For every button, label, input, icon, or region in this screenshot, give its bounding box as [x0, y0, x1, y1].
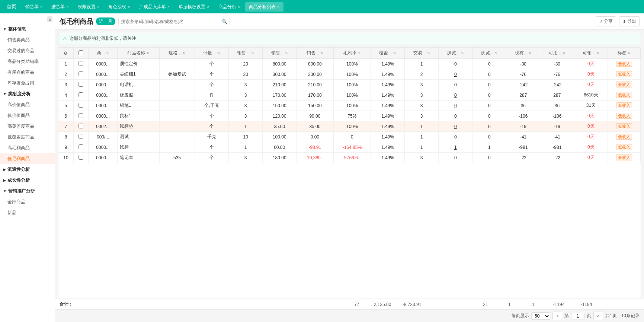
share-button[interactable]: ↗ 分享 [596, 16, 616, 26]
sidebar-collapse-button[interactable]: « [47, 16, 52, 22]
table-row[interactable]: 2 0000... 吴细细1 参加复试 个 30 300.00 300.00 1… [58, 69, 641, 80]
nav-product-analysis[interactable]: 商品分析× [215, 2, 244, 12]
table-row[interactable]: 9 0000... 鼠标 个 1 60.00 -98.91 -164.85% 1… [58, 142, 641, 153]
page-number-input[interactable] [571, 313, 584, 319]
table-row[interactable]: 3 0000... 电话机 个 3 210.00 210.00 100% 1.4… [58, 80, 641, 90]
row-browse1[interactable]: 0 [439, 69, 472, 80]
nav-permission-close[interactable]: × [97, 4, 99, 9]
row-checkbox[interactable] [73, 90, 89, 101]
nav-product-inbound-close[interactable]: × [167, 4, 170, 9]
prev-page-button[interactable]: ＜ [552, 312, 562, 320]
sidebar-item-low-coverage[interactable]: 低覆盖度商品 [0, 132, 55, 143]
sidebar-group-marketing-analysis[interactable]: ▼ 营销推广分析 [0, 186, 55, 197]
table-row[interactable]: 10 0000... 笔记本 535 个 3 180.00 -10,380...… [58, 153, 641, 163]
row-select-checkbox[interactable] [79, 71, 83, 76]
nav-product-inbound[interactable]: 产成品入库单× [135, 2, 173, 12]
sidebar-group-category-analysis[interactable]: ▼ 类射度分析 [0, 89, 55, 99]
table-row[interactable]: 4 0000... 橡皮擦 件 3 170.00 170.00 100% 1.4… [58, 90, 641, 101]
col-current[interactable]: 现有... ⇅ [506, 48, 540, 59]
row-browse1[interactable]: 0 [439, 111, 472, 121]
table-row[interactable]: 5 0000... 铅笔1 个,千克 3 150.00 150.00 100% … [58, 101, 641, 111]
col-checkbox[interactable] [73, 48, 89, 59]
nav-product-analysis-list-close[interactable]: × [277, 4, 279, 9]
nav-home[interactable]: 首页 [3, 2, 20, 12]
col-available[interactable]: 可用... ⇅ [540, 48, 574, 59]
sidebar-group-overall[interactable]: ▼ 整体信息 [0, 24, 55, 35]
row-checkbox[interactable] [73, 101, 89, 111]
row-select-checkbox[interactable] [79, 124, 83, 128]
sidebar-item-high-coverage[interactable]: 高覆盖度商品 [0, 121, 55, 132]
col-spec[interactable]: 规格... ⇅ [159, 48, 195, 59]
row-browse1[interactable]: 0 [439, 59, 472, 69]
row-browse1[interactable]: 0 [439, 121, 472, 132]
nav-role[interactable]: 角色授权× [105, 2, 134, 12]
row-browse1[interactable]: 0 [439, 80, 472, 90]
select-all-checkbox[interactable] [79, 50, 83, 55]
sidebar-item-high-profit[interactable]: 高毛利商品 [0, 143, 55, 153]
row-browse1[interactable]: 0 [439, 132, 472, 142]
sidebar-item-stock-capital[interactable]: 库存资金占用 [0, 78, 55, 89]
row-checkbox[interactable] [73, 132, 89, 142]
col-unit[interactable]: 计量... ⇅ [195, 48, 229, 59]
nav-template[interactable]: 单据模板设置× [175, 2, 213, 12]
nav-sales[interactable]: 销货单× [22, 2, 46, 12]
nav-sales-close[interactable]: × [40, 4, 42, 9]
table-row[interactable]: 8 000/... 测试 千克 10 100.00 0.00 0 1.49% 1… [58, 132, 641, 142]
next-page-button[interactable]: ＞ [593, 312, 603, 320]
col-settings[interactable]: ⚙ [58, 48, 73, 59]
row-browse1[interactable]: 0 [439, 153, 472, 163]
row-checkbox[interactable] [73, 111, 89, 121]
nav-template-close[interactable]: × [207, 4, 209, 9]
row-select-checkbox[interactable] [79, 92, 83, 97]
page-size-select[interactable]: 50 20 100 [531, 312, 550, 320]
nav-purchase[interactable]: 进货单× [48, 2, 72, 12]
row-checkbox[interactable] [73, 80, 89, 90]
table-row[interactable]: 7 0002... 鼠标垫 个 1 35.00 35.00 100% 1.49%… [58, 121, 641, 132]
table-row[interactable]: 1 0000... 属性定价 个 20 800.00 800.00 100% 1… [58, 59, 641, 69]
row-select-checkbox[interactable] [79, 144, 83, 149]
search-input[interactable] [121, 19, 222, 24]
row-select-checkbox[interactable] [79, 82, 83, 87]
sidebar-item-low-profit[interactable]: 低毛利商品 [0, 153, 55, 164]
col-sale-qty[interactable]: 销售... ⇅ [229, 48, 263, 59]
sidebar-item-high-value[interactable]: 高价值商品 [0, 99, 55, 110]
sidebar-item-traded-products[interactable]: 交易过的商品 [0, 45, 55, 56]
row-select-checkbox[interactable] [79, 113, 83, 118]
nav-purchase-close[interactable]: × [66, 4, 68, 9]
row-select-checkbox[interactable] [79, 155, 83, 160]
nav-product-analysis-close[interactable]: × [238, 4, 240, 9]
nav-product-analysis-list[interactable]: 商品分析列表× [245, 2, 283, 12]
col-sellable[interactable]: 可销... ⇅ [574, 48, 608, 59]
row-select-checkbox[interactable] [79, 61, 83, 66]
row-checkbox[interactable] [73, 121, 89, 132]
col-code[interactable]: 商... ⇅ [89, 48, 118, 59]
sidebar-item-sales-products[interactable]: 销售类商品 [0, 35, 55, 45]
sidebar-group-growth-analysis[interactable]: ▶ 成长性分析 [0, 175, 55, 186]
row-browse1[interactable]: 0 [439, 101, 472, 111]
row-checkbox[interactable] [73, 142, 89, 153]
sidebar-item-all-products[interactable]: 全部商品 [0, 197, 55, 207]
export-button[interactable]: ⬇ 导出 [619, 16, 640, 26]
col-transaction[interactable]: 交易... ⇅ [405, 48, 439, 59]
col-browse1[interactable]: 浏览... ⇅ [439, 48, 472, 59]
col-coverage[interactable]: 覆盖... ⇅ [371, 48, 405, 59]
nav-permission[interactable]: 权限设置× [74, 2, 103, 12]
sidebar-item-low-value[interactable]: 低价值商品 [0, 110, 55, 121]
date-badge[interactable]: 近一月 [96, 17, 115, 25]
sidebar-item-stock-products[interactable]: 有库存的商品 [0, 67, 55, 78]
col-gross-rate[interactable]: 毛利率 ⇅ [333, 48, 371, 59]
col-sale-amount[interactable]: 销售... ⇅ [297, 48, 333, 59]
row-select-checkbox[interactable] [79, 103, 83, 108]
row-select-checkbox[interactable] [79, 134, 83, 139]
row-checkbox[interactable] [73, 59, 89, 69]
col-browse2[interactable]: 浏览... ⇅ [472, 48, 506, 59]
table-row[interactable]: 6 0000... 鼠标1 个 3 120.00 90.00 75% 1.49%… [58, 111, 641, 121]
col-name[interactable]: 商品名称 ⇅ [117, 48, 159, 59]
col-tag[interactable]: 标签 ⇅ [608, 48, 641, 59]
sidebar-group-flow-analysis[interactable]: ▶ 流通性分析 [0, 164, 55, 175]
sidebar-item-new-products[interactable]: 新品 [0, 207, 55, 218]
nav-role-close[interactable]: × [128, 4, 130, 9]
row-browse1[interactable]: 0 [439, 90, 472, 101]
row-checkbox[interactable] [73, 153, 89, 163]
row-checkbox[interactable] [73, 69, 89, 80]
